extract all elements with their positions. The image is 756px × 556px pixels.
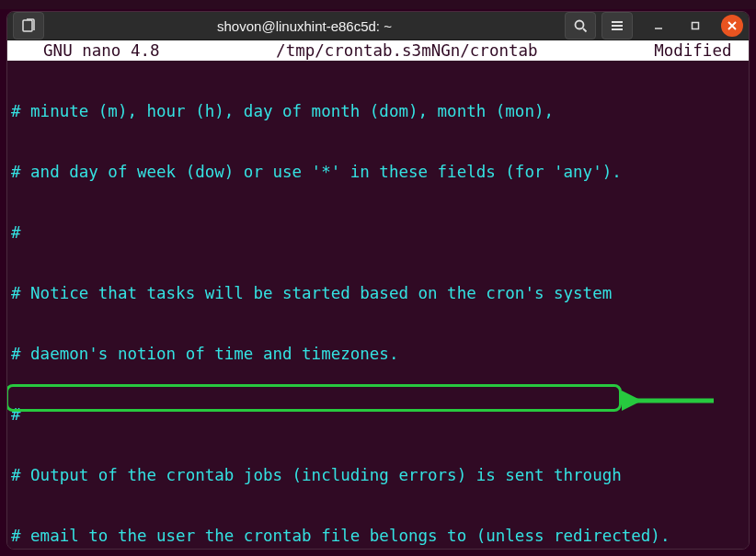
minimize-button[interactable] (647, 15, 670, 37)
editor-content: # minute (m), hour (h), day of month (do… (7, 61, 749, 550)
terminal-area[interactable]: GNU nano 4.8 /tmp/crontab.s3mNGn/crontab… (7, 40, 749, 550)
window-title: shovon@linuxhint-e86c5d: ~ (50, 18, 559, 34)
svg-point-1 (576, 21, 584, 29)
comment-line: # Output of the crontab jobs (including … (11, 465, 745, 485)
desktop-topbar (0, 0, 756, 9)
svg-rect-0 (23, 20, 32, 31)
comment-line: # Notice that tasks will be started base… (11, 283, 745, 303)
search-button[interactable] (565, 12, 596, 40)
nano-app-name: GNU nano 4.8 (11, 40, 160, 61)
nano-status: Modified (654, 40, 745, 61)
comment-line: # and day of week (dow) or use '*' in th… (11, 162, 745, 182)
maximize-button[interactable] (684, 15, 706, 37)
comment-line: # (11, 404, 745, 425)
titlebar: shovon@linuxhint-e86c5d: ~ (7, 12, 749, 40)
comment-line: # (11, 222, 745, 243)
comment-line: # email to the user the crontab file bel… (11, 526, 745, 546)
comment-line: # daemon's notion of time and timezones. (11, 344, 745, 364)
nano-header: GNU nano 4.8 /tmp/crontab.s3mNGn/crontab… (7, 40, 749, 61)
close-button[interactable] (721, 15, 743, 37)
comment-line: # minute (m), hour (h), day of month (do… (11, 101, 745, 121)
svg-rect-2 (693, 23, 699, 29)
hamburger-menu-button[interactable] (601, 12, 633, 40)
terminal-window: shovon@linuxhint-e86c5d: ~ GNU nano 4.8 … (6, 11, 750, 550)
nano-file-path: /tmp/crontab.s3mNGn/crontab (160, 40, 655, 61)
new-tab-button[interactable] (13, 12, 44, 40)
